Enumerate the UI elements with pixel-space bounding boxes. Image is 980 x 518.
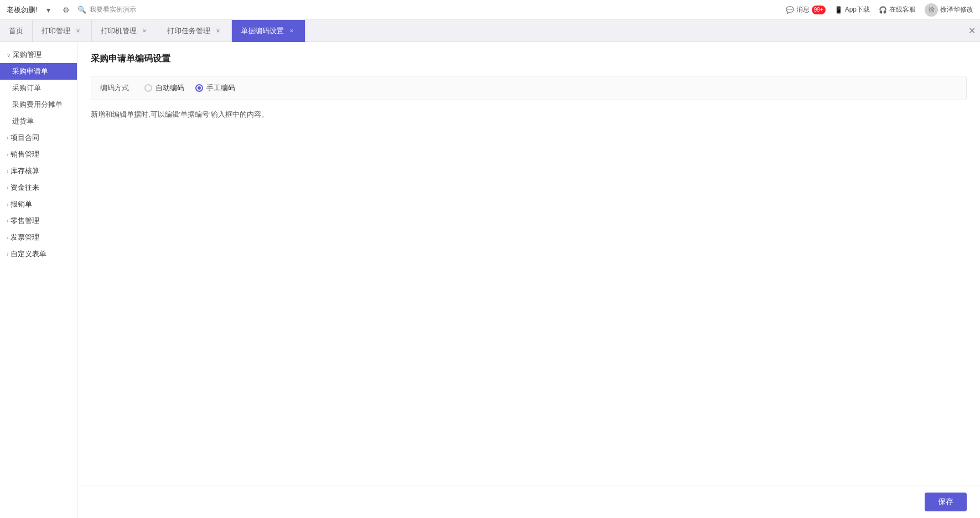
message-btn[interactable]: 💬 消息 99+ [786,5,826,14]
info-text: 新增和编辑单据时,可以编辑'单据编号'输入框中的内容。 [91,100,967,130]
tab-bar: 首页打印管理×打印机管理×打印任务管理×单据编码设置×✕ [0,20,980,42]
sidebar-group-header-retail[interactable]: ›零售管理 [0,213,77,229]
sidebar-group-label-project: 项目合同 [11,133,39,143]
chevron-right-icon: › [7,218,8,224]
sidebar-group-header-custom[interactable]: ›自定义表单 [0,246,77,262]
sidebar-group-inventory: ›库存核算 [0,163,77,179]
sidebar-group-purchase: ∨采购管理采购申请单采购订单采购费用分摊单进货单 [0,46,77,130]
sidebar-group-header-invoice[interactable]: ›发票管理 [0,229,77,246]
sidebar-group-label-custom: 自定义表单 [11,249,46,259]
sidebar-group-label-retail: 零售管理 [11,216,39,226]
coding-method-controls: 自动编码 手工编码 [144,83,235,93]
chevron-right-icon: › [7,168,8,174]
sidebar-group-label-returns: 报销单 [11,199,32,209]
main-layout: ∨采购管理采购申请单采购订单采购费用分摊单进货单›项目合同›销售管理›库存核算›… [0,42,980,518]
search-placeholder-text: 我要看实例演示 [90,5,136,14]
appdown-icon: 📱 [834,6,843,14]
save-button[interactable]: 保存 [925,493,967,511]
appdown-label: App下载 [845,5,870,14]
manual-code-option[interactable]: 手工编码 [195,83,235,93]
tab-print-mgr[interactable]: 打印管理× [33,20,92,42]
coding-method-label: 编码方式 [100,83,144,93]
sidebar-group-label-inventory: 库存核算 [11,166,39,176]
tab-printer-mgr[interactable]: 打印机管理× [92,20,158,42]
chevron-right-icon: › [7,201,8,208]
message-badge: 99+ [812,6,826,14]
sidebar-group-label-invoice: 发票管理 [11,232,39,242]
settings-icon[interactable]: ⚙ [60,3,73,17]
manual-code-radio[interactable] [195,84,203,92]
sidebar-item-purchase-receipt[interactable]: 进货单 [0,113,77,130]
tab-print-task[interactable]: 打印任务管理× [158,20,232,42]
sidebar-group-label-purchase: 采购管理 [13,50,42,60]
sidebar-group-header-sales[interactable]: ›销售管理 [0,146,77,163]
service-icon: 🎧 [879,6,887,14]
chevron-right-icon: › [7,135,8,141]
message-icon: 💬 [786,6,794,14]
message-label: 消息 [796,5,810,14]
service-btn[interactable]: 🎧 在线客服 [879,5,916,14]
auto-code-label: 自动编码 [155,83,184,93]
tab-label-home: 首页 [9,26,23,36]
sidebar-group-retail: ›零售管理 [0,213,77,229]
auto-code-radio[interactable] [144,84,152,92]
user-info[interactable]: 徐 徐泽华修改 [925,3,973,17]
top-bar-right: 💬 消息 99+ 📱 App下载 🎧 在线客服 徐 徐泽华修改 [786,3,973,17]
tab-close-printer-mgr[interactable]: × [140,27,149,35]
sidebar-group-custom: ›自定义表单 [0,246,77,262]
chevron-down-icon: ∨ [7,52,11,58]
chevron-right-icon: › [7,152,8,158]
service-label: 在线客服 [889,5,916,14]
content-body: 采购申请单编码设置 编码方式 自动编码 手工编码 [77,42,980,485]
sidebar-group-header-capital[interactable]: ›资金往来 [0,179,77,196]
sidebar-group-header-returns[interactable]: ›报销单 [0,196,77,213]
sidebar: ∨采购管理采购申请单采购订单采购费用分摊单进货单›项目合同›销售管理›库存核算›… [0,42,77,518]
chevron-right-icon: › [7,235,8,241]
search-icon: 🔍 [77,6,86,14]
tab-label-print-task: 打印任务管理 [167,26,210,36]
sidebar-group-sales: ›销售管理 [0,146,77,163]
tab-close-single-code[interactable]: × [287,27,296,35]
sidebar-item-purchase-request[interactable]: 采购申请单 [0,63,77,80]
top-bar-left: 老板勿删! ▾ ⚙ 🔍 我要看实例演示 [7,3,136,17]
manual-code-label: 手工编码 [206,83,235,93]
tab-label-print-mgr: 打印管理 [42,26,70,36]
sidebar-group-header-purchase[interactable]: ∨采购管理 [0,46,77,63]
sidebar-group-header-project[interactable]: ›项目合同 [0,130,77,146]
sidebar-group-label-sales: 销售管理 [11,149,39,159]
user-name: 徐泽华修改 [940,5,973,14]
page-title: 采购申请单编码设置 [91,53,967,65]
search-bar[interactable]: 🔍 我要看实例演示 [77,5,136,14]
close-all-tabs-icon[interactable]: ✕ [968,25,976,36]
chevron-right-icon: › [7,251,8,257]
top-bar: 老板勿删! ▾ ⚙ 🔍 我要看实例演示 💬 消息 99+ 📱 App下载 🎧 在… [0,0,980,20]
appdown-btn[interactable]: 📱 App下载 [834,5,870,14]
sidebar-group-returns: ›报销单 [0,196,77,213]
content-footer: 保存 [77,485,980,518]
sidebar-group-invoice: ›发票管理 [0,229,77,246]
avatar: 徐 [925,3,938,17]
tab-label-printer-mgr: 打印机管理 [101,26,137,36]
auto-code-option[interactable]: 自动编码 [144,83,184,93]
sidebar-item-purchase-order[interactable]: 采购订单 [0,80,77,96]
tab-close-print-task[interactable]: × [214,27,222,35]
dropdown-icon[interactable]: ▾ [42,3,55,17]
content-area: 采购申请单编码设置 编码方式 自动编码 手工编码 [77,42,980,518]
coding-method-row: 编码方式 自动编码 手工编码 [91,76,966,100]
sidebar-group-header-inventory[interactable]: ›库存核算 [0,163,77,179]
tab-close-print-mgr[interactable]: × [74,27,82,35]
coding-method-section: 编码方式 自动编码 手工编码 [91,76,967,100]
sidebar-item-purchase-expense[interactable]: 采购费用分摊单 [0,96,77,113]
tab-home[interactable]: 首页 [0,20,33,42]
chevron-right-icon: › [7,185,8,191]
sidebar-group-capital: ›资金往来 [0,179,77,196]
tab-label-single-code: 单据编码设置 [241,26,284,36]
sidebar-group-project: ›项目合同 [0,130,77,146]
brand-text: 老板勿删! [7,5,38,15]
tab-single-code[interactable]: 单据编码设置× [232,20,305,42]
sidebar-group-label-capital: 资金往来 [11,183,39,193]
